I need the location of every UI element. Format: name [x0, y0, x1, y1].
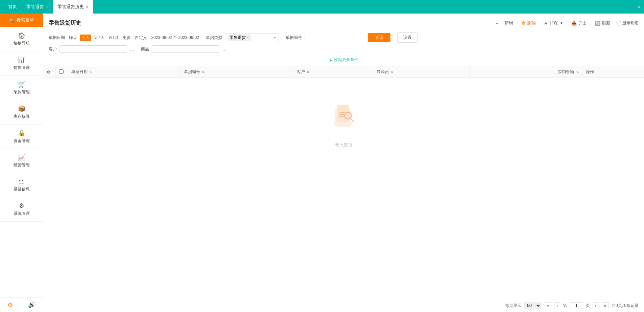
voucher-type-filter-item: 单据类型 零售退货 × ▾: [206, 33, 279, 42]
date-btn-custom[interactable]: 自定义: [134, 35, 148, 41]
volume-footer-icon[interactable]: 🔊: [28, 301, 35, 309]
last-page-button[interactable]: »: [602, 302, 609, 309]
delete-button[interactable]: 🗑 删除: [519, 20, 538, 26]
query-button[interactable]: 查询: [368, 33, 390, 42]
show-detail-toggle[interactable]: 显示明细: [617, 20, 639, 26]
table-header-row: ⚙ 单据日期 ⇅ 单据编号 ⇅: [43, 66, 644, 78]
new-button-label: + 新增: [501, 20, 513, 26]
header-actions: ＋ + 新增 🗑 删除 🖨 打印 ▼ 📤 导出 🔄: [493, 20, 639, 26]
basic-info-icon: 🗃: [19, 178, 25, 185]
date-btn-1month[interactable]: 近1月: [107, 35, 120, 41]
purchase-icon: 🛒: [18, 81, 25, 88]
voucher-no-input[interactable]: [305, 34, 361, 41]
current-page-input[interactable]: [570, 302, 583, 309]
tab-home[interactable]: 首页: [3, 0, 22, 14]
filter-row-2: 客户 ... 商品 ...: [49, 45, 639, 53]
new-button[interactable]: ＋ + 新增: [493, 20, 515, 26]
th-date-sort-icon: ⇅: [89, 70, 92, 74]
filter-row-1: 单据日期 昨天 今天 近7天 近1月 更多 自定义 2023-06-02 至 2…: [49, 32, 639, 43]
goods-dots-icon[interactable]: ...: [222, 46, 226, 52]
data-table: ⚙ 单据日期 ⇅ 单据编号 ⇅: [43, 66, 644, 78]
column-settings-icon[interactable]: ⚙: [47, 70, 50, 74]
tab-retail-return-history[interactable]: 零售退货历史 ×: [53, 0, 93, 14]
sidebar-item-purchase[interactable]: 🛒 采购管理: [0, 76, 43, 100]
date-btn-yesterday[interactable]: 昨天: [68, 35, 78, 41]
tab-retail-return-history-close[interactable]: ×: [86, 5, 88, 9]
sidebar-item-finance-label: 资金管理: [14, 138, 30, 144]
voucher-no-filter-item: 单据编号: [286, 34, 361, 41]
th-customer[interactable]: 客户 ⇅: [293, 66, 373, 78]
goods-input[interactable]: [152, 45, 219, 53]
svg-line-5: [351, 119, 354, 122]
first-page-button[interactable]: «: [544, 302, 551, 309]
th-guide[interactable]: 导购员 ⇅: [373, 66, 470, 78]
sidebar-item-quick-nav[interactable]: 🏠 快捷导航: [0, 27, 43, 51]
settings-footer-icon[interactable]: ⚙: [7, 301, 13, 309]
date-btn-today[interactable]: 今天: [80, 35, 91, 41]
date-btn-7days[interactable]: 近7天: [93, 35, 106, 41]
th-customer-sort-icon: ⇅: [307, 70, 309, 74]
page-size-select[interactable]: 20 50 100: [524, 302, 541, 309]
sidebar-item-basic-info-label: 基础信息: [14, 186, 30, 192]
tab-home-label: 首页: [8, 4, 17, 10]
tab-retail-return-close[interactable]: ×: [46, 5, 48, 9]
tab-retail-return[interactable]: 零售退货 ×: [22, 0, 53, 14]
sidebar-item-system[interactable]: ⚙ 系统管理: [0, 197, 43, 222]
th-voucher-no-sort-icon: ⇅: [202, 70, 205, 74]
next-page-button[interactable]: ›: [593, 302, 599, 309]
th-amount[interactable]: 实销金额 ⇅: [470, 66, 582, 78]
voucher-type-select[interactable]: 零售退货 × ▾: [225, 33, 279, 42]
sidebar: 🔍 搜索菜单 🏠 快捷导航 📊 销售管理 🛒 采购管理 📦 库存核算 🔒 资金管…: [0, 14, 43, 312]
topbar-close-button[interactable]: ×: [637, 4, 644, 9]
sidebar-item-basic-info[interactable]: 🗃 基础信息: [0, 173, 43, 197]
date-btn-more[interactable]: 更多: [121, 35, 132, 41]
refresh-icon: 🔄: [595, 21, 600, 26]
sidebar-item-finance[interactable]: 🔒 资金管理: [0, 125, 43, 149]
th-guide-sort-icon: ⇅: [390, 70, 393, 74]
export-button[interactable]: 📤 导出: [569, 20, 589, 26]
page-label: 页: [586, 303, 590, 309]
set-button[interactable]: 设置: [397, 32, 418, 43]
th-date[interactable]: 单据日期 ⇅: [68, 66, 181, 78]
date-filter-buttons: 昨天 今天 近7天 近1月 更多 自定义 2023-06-02 至 2023-0…: [68, 35, 199, 41]
prev-page-button[interactable]: ‹: [554, 302, 560, 309]
th-checkbox[interactable]: [55, 66, 68, 78]
sidebar-item-operations[interactable]: 📈 经营管理: [0, 149, 43, 173]
sidebar-footer: ⚙ 🔊: [0, 297, 43, 312]
sidebar-item-inventory-label: 库存核算: [14, 114, 30, 119]
sidebar-item-inventory[interactable]: 📦 库存核算: [0, 100, 43, 125]
customer-input[interactable]: [59, 45, 127, 53]
collapse-label: 收起更多条件: [334, 57, 358, 63]
collapse-button[interactable]: ▲ 收起更多条件: [329, 57, 359, 63]
empty-text: 暂无数据: [335, 142, 353, 148]
customer-dots-icon[interactable]: ...: [130, 46, 134, 52]
th-action: 操作: [582, 66, 644, 78]
sidebar-item-sales-label: 销售管理: [14, 65, 30, 71]
refresh-button[interactable]: 🔄 刷新: [593, 20, 613, 26]
voucher-type-tag: 零售退货 ×: [228, 35, 251, 41]
tab-retail-return-label: 零售退货: [26, 4, 44, 10]
th-settings[interactable]: ⚙: [43, 66, 55, 78]
show-detail-checkbox[interactable]: [617, 21, 621, 25]
collapse-up-icon: ▲: [329, 58, 333, 62]
sidebar-item-sales[interactable]: 📊 销售管理: [0, 51, 43, 76]
th-guide-label: 导购员: [377, 69, 389, 74]
sidebar-search[interactable]: 🔍 搜索菜单: [0, 14, 43, 27]
th-date-label: 单据日期: [71, 69, 88, 74]
page-header: 零售退货历史 ＋ + 新增 🗑 删除 🖨 打印 ▼ 📤 导出: [43, 14, 644, 29]
delete-button-label: 删除: [527, 20, 536, 26]
finance-icon: 🔒: [18, 129, 25, 137]
refresh-button-label: 刷新: [602, 20, 611, 26]
voucher-no-label: 单据编号: [286, 35, 302, 41]
inventory-icon: 📦: [18, 105, 25, 112]
system-icon: ⚙: [19, 202, 24, 209]
voucher-type-tag-remove[interactable]: ×: [247, 35, 249, 40]
print-button[interactable]: 🖨 打印 ▼: [542, 20, 565, 26]
total-label: 共0页, 0条记录: [612, 303, 639, 309]
select-all-checkbox[interactable]: [59, 69, 64, 74]
filter-area: 单据日期 昨天 今天 近7天 近1月 更多 自定义 2023-06-02 至 2…: [43, 29, 644, 66]
voucher-type-value: 零售退货: [230, 35, 246, 41]
th-voucher-no[interactable]: 单据编号 ⇅: [181, 66, 293, 78]
voucher-type-label: 单据类型: [206, 35, 222, 41]
th-customer-label: 客户: [297, 69, 305, 74]
